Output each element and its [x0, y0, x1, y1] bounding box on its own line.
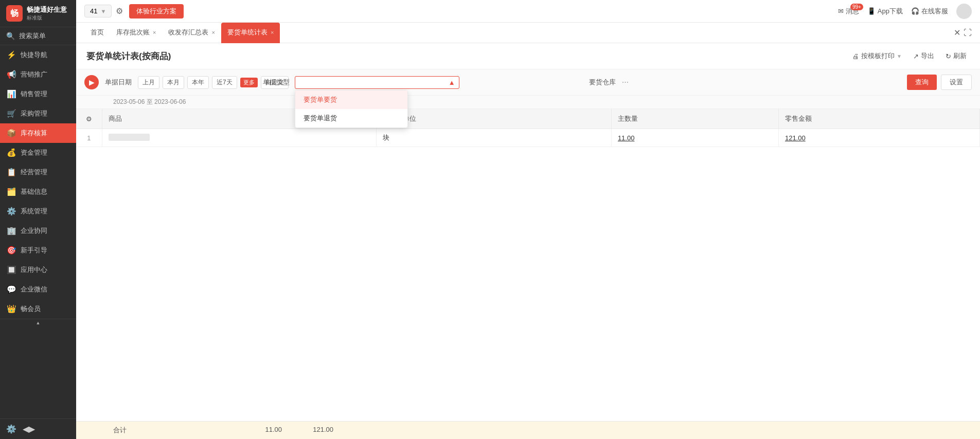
sidebar-item-system[interactable]: ⚙️ 系统管理	[0, 202, 76, 221]
table-body: 1 商品名称 块 11.00 121.00	[76, 129, 980, 147]
tab-receive[interactable]: 收发存汇总表×	[162, 23, 221, 43]
cell-seq-0: 1	[76, 129, 102, 147]
filter-expand-button[interactable]: ▶	[84, 75, 99, 89]
collapse-icon[interactable]: ◀▶	[23, 424, 35, 434]
sidebar: 畅 畅捷通好生意 标准版 🔍 搜索菜单 ⚡ 快捷导航 📢 营销推广 📊 销售管理…	[0, 0, 76, 439]
brand-name: 畅捷通好生意	[27, 6, 67, 14]
online-service-button[interactable]: 🎧 在线客服	[911, 7, 948, 16]
sidebar-item-member[interactable]: 👑 畅会员	[0, 299, 76, 319]
sidebar-item-app[interactable]: 🔲 应用中心	[0, 260, 76, 280]
tab-label-receive: 收发存汇总表	[168, 28, 208, 37]
warehouse-filter-label: 要货仓库	[589, 78, 616, 87]
sidebar-icon-purchase: 🛒	[6, 109, 16, 118]
tab-home[interactable]: 首页	[84, 23, 110, 43]
footer-label: 合计	[82, 426, 211, 435]
sidebar-item-base[interactable]: 🗂️ 基础信息	[0, 182, 76, 202]
app-download-button[interactable]: 📱 App下载	[867, 7, 903, 16]
tabs-actions: ✕ ⛶	[954, 28, 972, 38]
tab-close-receive[interactable]: ×	[211, 29, 215, 35]
filter-bar: ▶ 单据日期 上月 本月 本年 近7天 更多 自定义 单据类型 ▲ 要货单要货 …	[76, 69, 980, 96]
dropdown-item-order[interactable]: 要货单要货	[295, 90, 407, 109]
sidebar-icon-member: 👑	[6, 304, 16, 314]
sidebar-icon-inventory: 📦	[6, 129, 16, 138]
tab-close-order-stats[interactable]: ×	[271, 29, 274, 35]
topbar-settings-icon[interactable]: ⚙	[116, 6, 123, 16]
refresh-button[interactable]: ↻ 刷新	[942, 49, 970, 63]
tabs-bar: 首页库存批次账×收发存汇总表×要货单统计表× ✕ ⛶	[76, 23, 980, 43]
sidebar-icon-wechat: 💬	[6, 285, 16, 294]
main-content: 41 ▼ ⚙ 体验行业方案 ✉ 消息 99+ 📱 App下载 🎧 在线客服	[76, 0, 980, 439]
table-header: ⚙ 商品 主计量单位 主数量 零售金额	[76, 109, 980, 129]
settings-button[interactable]: 设置	[941, 75, 972, 90]
col-qty: 主数量	[611, 109, 778, 129]
sidebar-label-member: 畅会员	[21, 304, 41, 314]
tab-batch[interactable]: 库存批次账×	[110, 23, 162, 43]
dropdown-item-return[interactable]: 要货单退货	[295, 109, 407, 127]
sidebar-label-enterprise: 企业协同	[21, 226, 47, 235]
table-area: ⚙ 商品 主计量单位 主数量 零售金额 1 商品名称 块 11.00 121.0…	[76, 109, 980, 421]
type-filter-label: 单据类型	[263, 78, 290, 87]
sidebar-logo: 畅 畅捷通好生意 标准版	[0, 0, 76, 27]
sidebar-label-system: 系统管理	[21, 207, 47, 216]
print-icon: 🖨	[852, 52, 859, 60]
sidebar-item-sales[interactable]: 📊 销售管理	[0, 84, 76, 104]
type-filter-chevron-icon[interactable]: ▲	[449, 79, 455, 86]
col-settings[interactable]: ⚙	[76, 109, 102, 129]
export-button[interactable]: ↗ 导出	[910, 49, 937, 63]
tab-close-batch[interactable]: ×	[153, 29, 156, 35]
expand-tabs-button[interactable]: ⛶	[964, 28, 972, 38]
more-dates-badge[interactable]: 更多	[240, 78, 258, 87]
sidebar-item-quick-nav[interactable]: ⚡ 快捷导航	[0, 45, 76, 65]
brand-version: 标准版	[27, 14, 67, 21]
sidebar-item-inventory[interactable]: 📦 库存核算	[0, 123, 76, 143]
table-footer: 合计 11.00 121.00	[76, 421, 980, 439]
sidebar-item-operation[interactable]: 📋 经营管理	[0, 162, 76, 182]
filter-actions: 查询 设置	[907, 75, 972, 90]
last-month-button[interactable]: 上月	[138, 76, 159, 89]
search-icon: 🔍	[6, 32, 15, 40]
date-filter-label: 单据日期	[105, 78, 132, 87]
sidebar-icon-app: 🔲	[6, 265, 16, 275]
close-all-tabs-button[interactable]: ✕	[954, 28, 960, 38]
sidebar-item-wechat[interactable]: 💬 企业微信	[0, 280, 76, 299]
brand-icon: 畅	[6, 5, 23, 22]
this-month-button[interactable]: 本月	[163, 76, 184, 89]
export-icon: ↗	[913, 52, 919, 60]
user-avatar[interactable]	[956, 4, 972, 19]
online-service-icon: 🎧	[911, 7, 919, 15]
store-selector[interactable]: 41 ▼	[84, 5, 112, 17]
type-filter-input[interactable]	[295, 76, 459, 89]
sidebar-item-guide[interactable]: 🎯 新手引导	[0, 241, 76, 260]
messages-button[interactable]: ✉ 消息 99+	[838, 7, 859, 16]
date-range-text: 2023-05-06 至 2023-06-06	[113, 98, 186, 105]
sidebar-icon-finance: 💰	[6, 148, 16, 157]
type-filter-container: 单据类型 ▲ 要货单要货 要货单退货	[295, 76, 459, 89]
sidebar-icon-sales: 📊	[6, 89, 16, 99]
cell-product-0: 商品名称	[102, 129, 376, 147]
warehouse-filter-dots-icon[interactable]: ···	[622, 78, 629, 87]
sidebar-label-quick-nav: 快捷导航	[21, 50, 47, 60]
sidebar-label-base: 基础信息	[21, 187, 47, 196]
sidebar-item-finance[interactable]: 💰 资金管理	[0, 143, 76, 162]
trial-button[interactable]: 体验行业方案	[129, 4, 184, 19]
sidebar-label-guide: 新手引导	[21, 246, 47, 255]
brand-text: 畅捷通好生意 标准版	[27, 6, 67, 21]
messages-icon: ✉	[838, 7, 844, 15]
print-chevron-icon: ▼	[897, 53, 902, 59]
query-button[interactable]: 查询	[907, 75, 937, 90]
sidebar-item-marketing[interactable]: 📢 营销推广	[0, 65, 76, 84]
sidebar-icon-marketing: 📢	[6, 70, 16, 79]
sidebar-label-inventory: 库存核算	[21, 129, 47, 138]
this-year-button[interactable]: 本年	[187, 76, 209, 89]
tab-order-stats[interactable]: 要货单统计表×	[221, 23, 280, 43]
sidebar-item-purchase[interactable]: 🛒 采购管理	[0, 104, 76, 123]
print-template-button[interactable]: 🖨 按模板打印 ▼	[849, 49, 905, 63]
sidebar-search[interactable]: 🔍 搜索菜单	[0, 27, 76, 45]
footer-qty: 11.00	[211, 426, 288, 435]
sidebar-icon-enterprise: 🏢	[6, 226, 16, 235]
sidebar-scroll-up[interactable]: ▲	[0, 319, 76, 326]
tab-label-batch: 库存批次账	[116, 28, 150, 37]
last-7-days-button[interactable]: 近7天	[212, 76, 237, 89]
sidebar-item-enterprise[interactable]: 🏢 企业协同	[0, 221, 76, 241]
settings-icon[interactable]: ⚙️	[6, 424, 16, 434]
